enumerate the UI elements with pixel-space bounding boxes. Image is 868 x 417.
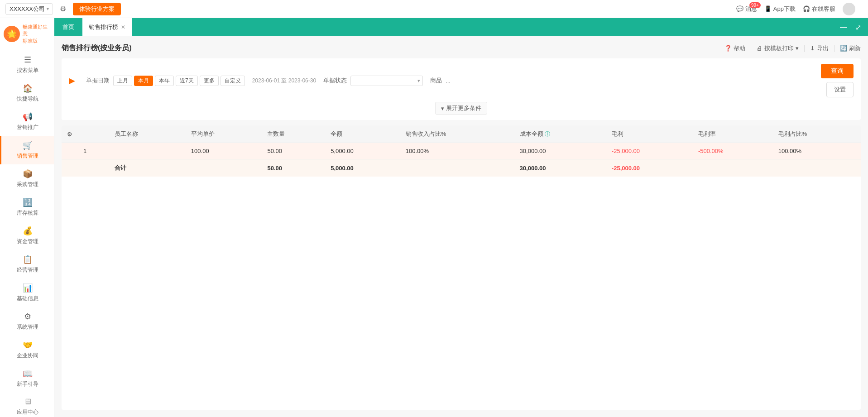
sidebar-item-finance[interactable]: 💰 资金管理 [0,221,54,250]
sidebar-item-purchase[interactable]: 📦 采购管理 [0,164,54,193]
company-name: XXXXXX公司 [10,5,45,13]
col-gross-pct: 毛利占比% [773,125,861,143]
topbar-settings-icon[interactable]: ⚙ [57,3,69,15]
setting-button[interactable]: 设置 [826,82,854,97]
print-button[interactable]: 🖨 按模板打印 ▾ [757,44,799,53]
app-center-icon: 🖥 [24,397,32,407]
trial-button[interactable]: 体验行业方案 [73,3,121,15]
top-right-actions: 💬 消息 99+ 📱 App下载 🎧 在线客服 [736,3,863,15]
print-chevron-icon: ▾ [796,45,799,52]
sidebar-item-operations[interactable]: 📋 经营管理 [0,250,54,278]
message-btn[interactable]: 💬 消息 99+ [736,5,757,13]
foot-amount: 5,000.00 [325,159,400,177]
tab-minimize-icon[interactable]: — [837,21,850,34]
query-button[interactable]: 查询 [821,64,854,78]
tab-close-icon[interactable]: ✕ [121,24,125,30]
cell-gross: -25,000.00 [606,143,693,159]
refresh-button[interactable]: 🔄 刷新 [840,44,861,53]
sales-icon: 🛒 [23,140,33,150]
col-cost: 成本全额 ⓘ [514,125,606,143]
header-actions: ❓ 帮助 🖨 按模板打印 ▾ ⬇ 导出 [724,44,861,53]
main-layout: 🌟 畅康通好生意 标准版 ☰ 搜索菜单 🏠 快捷导航 📢 营销推广 🛒 销售管理… [0,18,868,417]
quick-nav-icon: 🏠 [23,83,33,93]
date-btn-custom[interactable]: 自定义 [221,76,245,86]
foot-settings [62,159,78,177]
sidebar-item-enterprise[interactable]: 🤝 企业协同 [0,336,54,364]
sidebar-item-beginner[interactable]: 📖 新手引导 [0,364,54,393]
date-btn-current-month[interactable]: 本月 [134,76,153,86]
foot-gross-pct [773,159,861,177]
cell-rank: 1 [78,143,109,159]
print-icon: 🖨 [757,45,762,52]
company-selector[interactable]: XXXXXX公司 ▾ [5,3,53,15]
divider [751,45,751,52]
operations-icon: 📋 [23,254,33,264]
cell-cost: 30,000.00 [514,143,606,159]
date-buttons: 上月 本月 本年 近7天 更多 自定义 [113,76,245,86]
purchase-icon: 📦 [23,169,33,179]
date-btn-more[interactable]: 更多 [200,76,219,86]
avatar[interactable] [843,3,855,15]
help-button[interactable]: ❓ 帮助 [724,44,745,53]
expand-more-button[interactable]: ▾ 展开更多条件 [435,102,487,115]
sidebar-item-sales[interactable]: 🛒 销售管理 [0,136,54,164]
divider2 [804,45,805,52]
date-btn-current-year[interactable]: 本年 [155,76,174,86]
page-header: 销售排行榜(按业务员) ❓ 帮助 🖨 按模板打印 ▾ ⬇ [62,43,861,53]
help-icon: ❓ [724,45,732,52]
tab-home[interactable]: 首页 [54,18,82,36]
col-sales-pct: 销售收入占比% [400,125,514,143]
sales-ranking-table: ⚙ 员工名称 平均单价 主数量 全额 销售收入占比% 成本全额 ⓘ 毛利 毛利率… [62,125,861,177]
date-btn-7days[interactable]: 近7天 [176,76,198,86]
export-button[interactable]: ⬇ 导出 [810,44,829,53]
sidebar-item-app-center[interactable]: 🖥 应用中心 [0,393,54,417]
cell-employee [109,143,186,159]
sidebar-item-search[interactable]: ☰ 搜索菜单 [0,50,54,79]
sidebar: 🌟 畅康通好生意 标准版 ☰ 搜索菜单 🏠 快捷导航 📢 营销推广 🛒 销售管理… [0,18,54,417]
table-area: ⚙ 员工名称 平均单价 主数量 全额 销售收入占比% 成本全额 ⓘ 毛利 毛利率… [62,125,861,410]
support-btn[interactable]: 🎧 在线客服 [803,5,835,13]
sidebar-item-inventory[interactable]: 🔢 库存核算 [0,193,54,221]
status-select[interactable] [350,76,423,86]
goods-more-link[interactable]: ... [446,77,451,84]
page-title: 销售排行榜(按业务员) [62,43,132,53]
tab-maximize-icon[interactable]: ⤢ [852,21,864,34]
sidebar-item-basic-info[interactable]: 📊 基础信息 [0,278,54,307]
cell-gross-rate: -500.00% [693,143,773,159]
logo-text: 畅康通好生意 标准版 [23,24,50,44]
table-row: 1 100.00 50.00 5,000.00 100.00% 30,000.0… [62,143,861,159]
page-content: 销售排行榜(按业务员) ❓ 帮助 🖨 按模板打印 ▾ ⬇ [54,36,868,417]
tab-sales-ranking[interactable]: 销售排行榜 ✕ [82,18,132,36]
finance-icon: 💰 [23,226,33,236]
message-icon: 💬 [736,5,743,12]
filter-actions: 查询 设置 [821,64,854,97]
search-order-icon: ☰ [24,55,31,65]
sidebar-item-system[interactable]: ⚙ 系统管理 [0,307,54,336]
content-area: 首页 销售排行榜 ✕ — ⤢ 销售排行榜(按业务员) ❓ 帮助 [54,18,868,417]
chevron-down-icon: ▾ [47,6,49,11]
cell-amount: 5,000.00 [325,143,400,159]
filter-collapse-icon[interactable]: ▶ [69,76,75,86]
col-avg-price: 平均单价 [186,125,262,143]
foot-gross: -25,000.00 [606,159,693,177]
app-download-btn[interactable]: 📱 App下载 [764,5,796,13]
date-label: 单据日期 [86,77,110,85]
foot-qty: 50.00 [262,159,325,177]
top-bar: XXXXXX公司 ▾ ⚙ 体验行业方案 💬 消息 99+ 📱 App下载 🎧 在… [0,0,868,18]
status-label: 单据状态 [323,77,347,85]
filter-row-1: ▶ 单据日期 上月 本月 本年 近7天 更多 自定义 [69,64,854,97]
system-icon: ⚙ [24,312,31,321]
sidebar-item-quick-nav[interactable]: 🏠 快捷导航 [0,79,54,107]
cell-avg-price: 100.00 [186,143,262,159]
divider3 [834,45,834,52]
sidebar-item-marketing[interactable]: 📢 营销推广 [0,107,54,136]
marketing-icon: 📢 [23,112,33,122]
date-btn-last-month[interactable]: 上月 [113,76,132,86]
basic-info-icon: 📊 [23,283,33,293]
col-gross: 毛利 [606,125,693,143]
cell-settings [62,143,78,159]
foot-cost: 30,000.00 [514,159,606,177]
inventory-icon: 🔢 [23,197,33,207]
foot-label: 合计 [109,159,186,177]
table-footer-row: 合计 50.00 5,000.00 30,000.00 -25,000.00 [62,159,861,177]
